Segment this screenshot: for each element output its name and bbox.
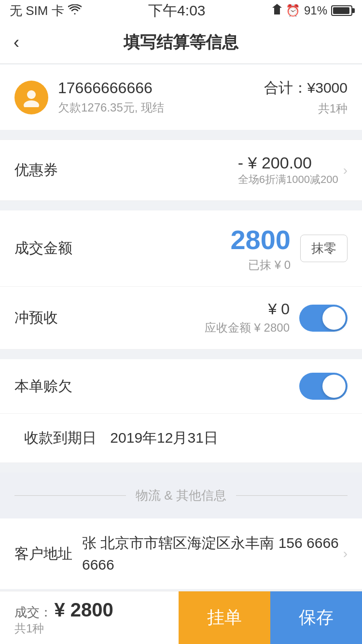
save-button[interactable]: 保存	[270, 591, 362, 644]
owing-section: 本单赊欠 收款到期日 2019年12月31日	[0, 359, 362, 463]
transaction-amount-right: 2800 已抹 ¥ 0 抹零	[230, 224, 348, 273]
due-date-row: 收款到期日 2019年12月31日	[0, 414, 362, 463]
logistics-header: 物流 & 其他信息	[0, 473, 362, 518]
back-button[interactable]: ‹	[14, 32, 19, 53]
status-right: ⏰ 91%	[272, 4, 352, 17]
summary-count: 共1种	[14, 621, 164, 636]
address-label: 客户地址	[14, 544, 72, 564]
location-icon	[272, 4, 282, 17]
transaction-amount-label: 成交金额	[14, 238, 72, 258]
debit-row: 冲预收 ¥ 0 应收金额 ¥ 2800	[0, 287, 362, 350]
status-bar: 无 SIM 卡 下午4:03 ⏰ 91%	[0, 0, 362, 21]
debit-toggle[interactable]	[299, 305, 348, 332]
page-title: 填写结算等信息	[124, 31, 238, 54]
header-line-right	[236, 495, 348, 496]
owing-toggle-knob	[322, 375, 346, 398]
coupon-label: 优惠券	[14, 160, 58, 180]
customer-card: 17666666666 欠款1276.35元, 现结 合计：¥3000 共1种	[0, 65, 362, 130]
round-button[interactable]: 抹零	[300, 235, 348, 262]
debit-amount: ¥ 0	[205, 300, 290, 318]
customer-count: 共1种	[264, 101, 348, 116]
coupon-row[interactable]: 优惠券 - ¥ 200.00 全场6折满1000减200 ›	[0, 140, 362, 201]
logistics-section-label: 物流 & 其他信息	[136, 487, 226, 504]
owing-label: 本单赊欠	[14, 377, 72, 396]
avatar	[14, 81, 48, 114]
address-chevron-icon: ›	[343, 546, 348, 561]
coupon-chevron-icon: ›	[343, 163, 348, 178]
wifi-icon	[68, 3, 82, 18]
transaction-amount-value: 2800	[230, 224, 291, 255]
transaction-amount-sub: 已抹 ¥ 0	[230, 257, 291, 273]
summary-line1: 成交： ¥ 2800	[14, 599, 164, 621]
address-row[interactable]: 客户地址 张 北京市市辖区海淀区永丰南 156 6666 6666 ›	[0, 518, 362, 589]
summary-amount: ¥ 2800	[54, 599, 113, 620]
svg-point-0	[27, 90, 36, 99]
coupon-discount: - ¥ 200.00	[238, 154, 338, 172]
debit-toggle-knob	[322, 307, 346, 330]
coupon-info: - ¥ 200.00 全场6折满1000减200	[238, 154, 338, 187]
due-date-label: 收款到期日	[24, 430, 97, 446]
debit-sub: 应收金额 ¥ 2800	[205, 320, 290, 336]
status-time: 下午4:03	[148, 1, 205, 21]
transaction-section: 成交金额 2800 已抹 ¥ 0 抹零 冲预收 ¥ 0 应收金额 ¥ 2800	[0, 210, 362, 350]
coupon-description: 全场6折满1000减200	[238, 172, 338, 187]
carrier-text: 无 SIM 卡	[10, 2, 64, 19]
section-divider-3	[0, 463, 362, 473]
customer-debt: 欠款1276.35元, 现结	[58, 100, 164, 115]
due-date-value: 2019年12月31日	[110, 430, 218, 446]
alarm-icon: ⏰	[286, 4, 300, 17]
amount-col: 2800 已抹 ¥ 0	[230, 224, 291, 273]
svg-point-1	[24, 100, 39, 107]
summary-label: 成交：	[14, 605, 52, 619]
pending-button[interactable]: 挂单	[179, 591, 270, 644]
customer-right: 合计：¥3000 共1种	[264, 78, 348, 116]
customer-phone: 17666666666	[58, 79, 164, 97]
bottom-bar: 成交： ¥ 2800 共1种 挂单 保存	[0, 591, 362, 644]
section-divider-1	[0, 201, 362, 210]
nav-bar: ‹ 填写结算等信息	[0, 21, 362, 64]
section-divider-2	[0, 350, 362, 359]
battery-icon	[331, 5, 352, 16]
address-value: 张 北京市市辖区海淀区永丰南 156 6666 6666	[82, 532, 343, 575]
customer-left: 17666666666 欠款1276.35元, 现结	[14, 79, 164, 115]
status-left: 无 SIM 卡	[10, 2, 82, 19]
coupon-right: - ¥ 200.00 全场6折满1000减200 ›	[238, 154, 348, 187]
customer-info: 17666666666 欠款1276.35元, 现结	[58, 79, 164, 115]
header-line-left	[14, 495, 126, 496]
battery-percent: 91%	[304, 4, 327, 17]
debit-col: ¥ 0 应收金额 ¥ 2800	[205, 300, 290, 336]
debit-label: 冲预收	[14, 308, 58, 328]
owing-row: 本单赊欠	[0, 359, 362, 414]
customer-total: 合计：¥3000	[264, 78, 348, 98]
owing-right	[299, 373, 348, 400]
owing-toggle[interactable]	[299, 373, 348, 400]
bottom-summary: 成交： ¥ 2800 共1种	[0, 599, 179, 636]
debit-right: ¥ 0 应收金额 ¥ 2800	[205, 300, 348, 336]
transaction-amount-row: 成交金额 2800 已抹 ¥ 0 抹零	[0, 210, 362, 287]
